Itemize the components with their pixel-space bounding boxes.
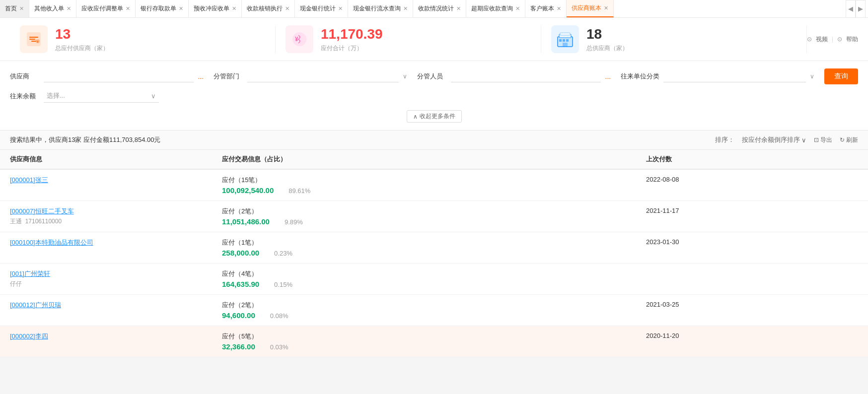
nav-tab-receipt-verify[interactable]: 收款核销执行 ✕ (242, 0, 295, 17)
nav-tab-other-income-label: 其他收入单 (34, 4, 64, 13)
nav-tab-receipt-verify-close[interactable]: ✕ (285, 5, 289, 12)
nav-tab-receipt-stat[interactable]: 收款情况统计 ✕ (413, 0, 466, 17)
stat-icon-payable-amount: ¥ (286, 25, 313, 53)
nav-tab-home[interactable]: 首页 ✕ (0, 0, 29, 17)
supplier-link-000001[interactable]: [000001]张三 (10, 176, 48, 184)
collapse-button[interactable]: ∧ 收起更多条件 (407, 110, 462, 123)
supplier-cell-000001: [000001]张三 (10, 176, 222, 185)
person-input[interactable] (451, 70, 601, 82)
supplier-link-000100[interactable]: [000100]本特勤油品有限公司 (10, 239, 93, 246)
nav-tab-cash-bank-stat-label: 现金银行统计 (300, 4, 336, 13)
nav-tab-cash-bank-stat-close[interactable]: ✕ (338, 5, 343, 12)
stats-row: ¥ 13 总应付供应商（家） ¥ 11,170.39 应付合计（万） (0, 18, 868, 61)
filter-item-supplier: 供应商 ... (10, 70, 204, 82)
nav-tab-prepay-ar[interactable]: 预收冲应收单 ✕ (189, 0, 242, 17)
divider: | (832, 36, 833, 43)
category-chevron-icon[interactable]: ∨ (810, 73, 814, 80)
header-supplier-info: 供应商信息 (10, 155, 222, 164)
nav-tab-overdue-ar[interactable]: 超期应收款查询 ✕ (466, 0, 525, 17)
nav-tab-customer-ledger-close[interactable]: ✕ (557, 5, 561, 12)
dept-input[interactable] (247, 70, 399, 82)
last-payment-date-000012: 2021-03-25 (646, 301, 679, 308)
transaction-amount-000012[interactable]: 94,600.00 (222, 311, 255, 320)
collapse-up-icon: ∧ (413, 113, 418, 120)
video-link[interactable]: 视频 (816, 35, 828, 44)
transaction-amount-001[interactable]: 164,635.90 (222, 280, 259, 288)
transaction-label-001: 应付（4笔） (222, 269, 646, 278)
supplier-input[interactable] (44, 70, 194, 82)
result-actions: 排序： 按应付余额倒序排序 ∨ ⊡ 导出 ↻ 刷新 (715, 135, 858, 144)
balance-select[interactable]: 选择... ∨ (44, 89, 159, 103)
nav-tab-other-income[interactable]: 其他收入单 ✕ (29, 0, 76, 17)
nav-tab-bank-deposit[interactable]: 银行存取款单 ✕ (136, 0, 189, 17)
help-link[interactable]: 帮助 (846, 35, 858, 44)
transaction-amount-000100[interactable]: 258,000.00 (222, 249, 259, 257)
category-input[interactable] (663, 70, 806, 82)
stat-value-total-suppliers: 18 (586, 26, 628, 43)
transaction-amount-000002[interactable]: 32,366.00 (222, 342, 255, 351)
transaction-cell-000012: 应付（2笔） 94,600.00 0.08% (222, 301, 646, 320)
nav-tab-receipt-stat-close[interactable]: ✕ (456, 5, 461, 12)
search-button[interactable]: 查询 (824, 68, 858, 84)
supplier-cell-001: [001]广州荣轩 仔仔 (10, 269, 222, 288)
person-dots-icon[interactable]: ... (605, 72, 611, 80)
transaction-amount-000001[interactable]: 100,092,540.00 (222, 186, 274, 195)
nav-tab-ar-ap-adjust[interactable]: 应收应付调整单 ✕ (76, 0, 136, 17)
filter-item-person: 分管人员 ... (417, 70, 611, 82)
refresh-label: 刷新 (846, 136, 858, 144)
sort-button[interactable]: 按应付余额倒序排序 ∨ (742, 135, 806, 144)
svg-rect-8 (566, 39, 569, 42)
export-button[interactable]: ⊡ 导出 (814, 136, 832, 144)
filter-label-dept: 分管部门 (214, 72, 243, 81)
nav-tab-cash-bank-flow[interactable]: 现金银行流水查询 ✕ (348, 0, 413, 17)
supplier-link-000012[interactable]: [000012]广州贝瑞 (10, 301, 61, 309)
sort-btn-label: 按应付余额倒序排序 (742, 135, 800, 144)
balance-placeholder: 选择... (47, 91, 65, 100)
nav-tab-cash-bank-stat[interactable]: 现金银行统计 ✕ (295, 0, 348, 17)
dept-chevron-icon[interactable]: ∨ (403, 73, 407, 80)
supplier-cell-000100: [000100]本特勤油品有限公司 (10, 238, 222, 247)
transaction-percent-000001: 89.61% (289, 187, 310, 195)
nav-tab-supplier-ledger-close[interactable]: ✕ (604, 5, 608, 11)
svg-rect-9 (563, 43, 568, 47)
transaction-cell-000100: 应付（1笔） 258,000.00 0.23% (222, 238, 646, 257)
nav-tab-cash-bank-flow-close[interactable]: ✕ (403, 5, 408, 12)
supplier-dots-icon[interactable]: ... (198, 72, 204, 80)
last-payment-date-000100: 2023-01-30 (646, 238, 679, 246)
nav-tab-ar-ap-adjust-close[interactable]: ✕ (126, 5, 130, 12)
video-icon: ⊙ (807, 36, 812, 43)
nav-prev-arrow[interactable]: ◀ (846, 0, 856, 18)
nav-tab-overdue-ar-close[interactable]: ✕ (515, 5, 520, 12)
nav-arrows: ◀ ▶ (843, 0, 868, 18)
transaction-cell-000002: 应付（5笔） 32,366.00 0.03% (222, 332, 646, 351)
stat-label-payable-amount: 应付合计（万） (321, 44, 383, 53)
export-icon: ⊡ (814, 136, 819, 143)
nav-tab-prepay-ar-label: 预收冲应收单 (194, 4, 229, 13)
transaction-percent-000012: 0.08% (270, 312, 289, 320)
top-navigation: 首页 ✕ 其他收入单 ✕ 应收应付调整单 ✕ 银行存取款单 ✕ 预收冲应收单 ✕… (0, 0, 868, 18)
filter-row-2: 往来余额 选择... ∨ (10, 89, 159, 103)
supplier-link-001[interactable]: [001]广州荣轩 (10, 270, 50, 277)
nav-next-arrow[interactable]: ▶ (856, 0, 866, 18)
supplier-cell-000002: [000002]李四 (10, 332, 222, 341)
last-payment-cell-000002: 2020-11-20 (646, 332, 858, 339)
transaction-label-000100: 应付（1笔） (222, 238, 646, 247)
last-payment-cell-000007: 2021-11-17 (646, 207, 858, 214)
nav-tab-supplier-ledger[interactable]: 供应商账本 ✕ (567, 0, 614, 17)
transaction-amount-000007[interactable]: 11,051,486.00 (222, 217, 270, 226)
refresh-button[interactable]: ↻ 刷新 (840, 136, 858, 144)
supplier-link-000007[interactable]: [000007]恒旺二手叉车 (10, 207, 74, 215)
transaction-percent-001: 0.15% (274, 281, 292, 288)
table-row: [001]广州荣轩 仔仔 应付（4笔） 164,635.90 0.15% (0, 263, 868, 295)
nav-tab-customer-ledger[interactable]: 客户账本 ✕ (525, 0, 567, 17)
table-row: [000007]恒旺二手叉车 王通 17106110000 应付（2笔） 11,… (0, 201, 868, 232)
nav-tab-home-close[interactable]: ✕ (19, 5, 24, 12)
stat-card-total-suppliers: 18 总供应商（家） (541, 25, 807, 53)
supplier-link-000002[interactable]: [000002]李四 (10, 332, 48, 340)
svg-rect-11 (560, 33, 570, 35)
nav-tab-prepay-ar-close[interactable]: ✕ (232, 5, 236, 12)
stat-info-payable-amount: 11,170.39 应付合计（万） (321, 26, 383, 53)
nav-tab-bank-deposit-close[interactable]: ✕ (179, 5, 183, 12)
transaction-percent-000100: 0.23% (274, 250, 292, 257)
nav-tab-other-income-close[interactable]: ✕ (67, 5, 71, 12)
